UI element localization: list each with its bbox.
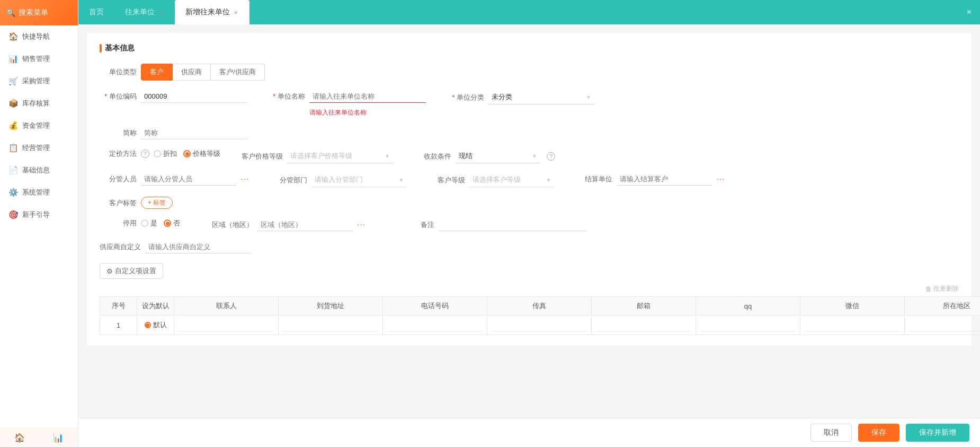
sidebar-item-system[interactable]: ⚙️系统管理 (0, 181, 78, 204)
wechat-input[interactable] (805, 319, 900, 331)
sidebar-item-basic-info[interactable]: 📄基础信息 (0, 159, 78, 181)
sidebar-item-quick-nav[interactable]: 🏠快捷导航 (0, 25, 78, 48)
section-title-basic: 基本信息 (100, 43, 959, 53)
sidebar-bottom: 🏠 📊 (0, 428, 78, 447)
unit-name-input[interactable] (309, 90, 426, 103)
short-name-field: 简称 (100, 127, 247, 139)
tab-units[interactable]: 往来单位× (114, 0, 175, 24)
row-wechat[interactable] (800, 315, 905, 335)
supplier-custom-input[interactable] (145, 241, 251, 253)
department-arrow-icon: ▼ (398, 177, 404, 183)
system-icon: ⚙️ (8, 188, 18, 197)
disabled-yes-label: 是 (150, 218, 157, 228)
batch-delete-button[interactable]: 🗑 批量删除 (925, 284, 959, 293)
settlement-more-icon[interactable]: ··· (716, 174, 725, 184)
sidebar-search-label: 搜索菜单 (19, 8, 48, 17)
customer-level-select[interactable]: 请选择客户等级 ▼ (469, 173, 554, 187)
row-address[interactable] (279, 315, 383, 335)
type-btn-supplier[interactable]: 供应商 (173, 64, 211, 81)
table-row: 1 默认 (100, 315, 981, 335)
row-default[interactable]: 默认 (137, 315, 174, 335)
col-qq: qq (696, 297, 800, 315)
sidebar-bottom-home[interactable]: 🏠 (14, 433, 25, 443)
sidebar-item-label-purchase: 采购管理 (22, 76, 50, 86)
tab-home[interactable]: 首页 (78, 0, 114, 24)
default-radio-circle[interactable] (145, 322, 151, 328)
manager-more-icon[interactable]: ··· (240, 174, 249, 184)
tab-close-new-unit[interactable]: × (233, 8, 239, 16)
home-bottom-icon: 🏠 (14, 433, 25, 443)
sidebar-item-operations[interactable]: 📋经营管理 (0, 137, 78, 159)
supplier-custom-row: 供应商自定义 (100, 241, 959, 253)
sidebar-item-guide[interactable]: 🎯新手引导 (0, 204, 78, 226)
email-input[interactable] (596, 319, 691, 331)
phone-input[interactable] (387, 319, 483, 331)
unit-type-field: 单位类型 客户 供应商 客户/供应商 (100, 64, 265, 81)
row-region[interactable] (905, 315, 981, 335)
customer-price-field: 客户价格等级 请选择客户价格等级 ▼ (242, 149, 393, 163)
guide-icon: 🎯 (8, 210, 18, 220)
table-header-row: 🗑 批量删除 (100, 284, 959, 293)
sidebar-search[interactable]: 🔍 搜索菜单 (0, 0, 78, 25)
sidebar-item-inventory[interactable]: 📦库存核算 (0, 92, 78, 115)
unit-code-label: 单位编码 (100, 92, 137, 101)
unit-type-label: 单位类型 (100, 67, 137, 77)
search-icon: 🔍 (6, 8, 15, 17)
disabled-no-radio[interactable]: 否 (164, 218, 180, 228)
manager-row: 分管人员 ··· 分管部门 请输入分管部门 ▼ 客户等级 请选择客户等级 (100, 173, 959, 187)
sidebar-item-sales[interactable]: 📊销售管理 (0, 48, 78, 70)
payment-terms-arrow-icon: ▼ (532, 153, 537, 159)
disabled-yes-radio[interactable]: 是 (141, 218, 157, 228)
contact-input[interactable] (179, 319, 274, 331)
save-and-new-button[interactable]: 保存并新增 (906, 424, 969, 442)
type-btn-both[interactable]: 客户/供应商 (211, 64, 265, 81)
pricing-help-icon[interactable]: ? (141, 150, 149, 158)
address-input[interactable] (283, 319, 378, 331)
region-input[interactable] (257, 218, 353, 231)
sidebar-bottom-chart[interactable]: 📊 (53, 433, 64, 443)
tab-close-units[interactable]: × (158, 8, 164, 16)
sidebar-item-label-finance: 资金管理 (22, 121, 50, 130)
sidebar-item-label-system: 系统管理 (22, 188, 50, 197)
pricing-level-radio[interactable]: 价格等级 (183, 149, 220, 159)
short-name-input[interactable] (141, 127, 247, 139)
row-phone[interactable] (383, 315, 487, 335)
manager-input[interactable] (141, 173, 236, 186)
payment-help-icon[interactable]: ? (547, 152, 555, 161)
pricing-discount-radio[interactable]: 折扣 (154, 149, 177, 159)
save-button[interactable]: 保存 (858, 424, 899, 442)
window-close-button[interactable]: × (967, 7, 980, 17)
sidebar-item-purchase[interactable]: 🛒采购管理 (0, 70, 78, 92)
customer-price-select[interactable]: 请选择客户价格等级 ▼ (287, 149, 393, 163)
sidebar-item-label-sales: 销售管理 (22, 54, 50, 64)
fax-input[interactable] (492, 319, 587, 331)
row-region-input[interactable] (909, 319, 980, 331)
payment-terms-select[interactable]: 现结 ▼ (456, 149, 540, 163)
contacts-table: 序号 设为默认 联系人 到货地址 电话号码 传真 邮箱 qq 微信 所在地区 操… (100, 296, 980, 335)
qq-input[interactable] (700, 319, 796, 331)
cancel-button[interactable]: 取消 (810, 424, 852, 442)
inventory-icon: 📦 (8, 99, 18, 108)
remark-field: 备注 (397, 218, 587, 231)
tab-new-unit[interactable]: 新增往来单位× (175, 0, 250, 24)
unit-category-select[interactable]: 未分类 ▼ (488, 90, 594, 104)
add-tag-button[interactable]: + 标签 (141, 197, 173, 209)
disabled-radio-group: 是 否 (141, 218, 180, 228)
region-more-icon[interactable]: ··· (357, 220, 366, 230)
unit-code-input[interactable] (141, 90, 247, 103)
gear-icon: ⚙ (106, 267, 113, 275)
settlement-input[interactable] (617, 173, 712, 186)
sidebar-item-label-quick-nav: 快捷导航 (22, 32, 50, 41)
pricing-method-label: 定价方法 (100, 149, 137, 159)
type-btn-customer[interactable]: 客户 (141, 64, 173, 81)
custom-settings-button[interactable]: ⚙ 自定义项设置 (100, 263, 163, 279)
row-fax[interactable] (487, 315, 592, 335)
section-title-text: 基本信息 (105, 43, 135, 53)
row-contact[interactable] (174, 315, 279, 335)
row-email[interactable] (592, 315, 696, 335)
row-qq[interactable] (696, 315, 800, 335)
remark-input[interactable] (439, 218, 587, 231)
sidebar-item-finance[interactable]: 💰资金管理 (0, 115, 78, 137)
department-select[interactable]: 请输入分管部门 ▼ (311, 173, 407, 187)
tag-field: 客户标签 + 标签 (100, 197, 173, 209)
